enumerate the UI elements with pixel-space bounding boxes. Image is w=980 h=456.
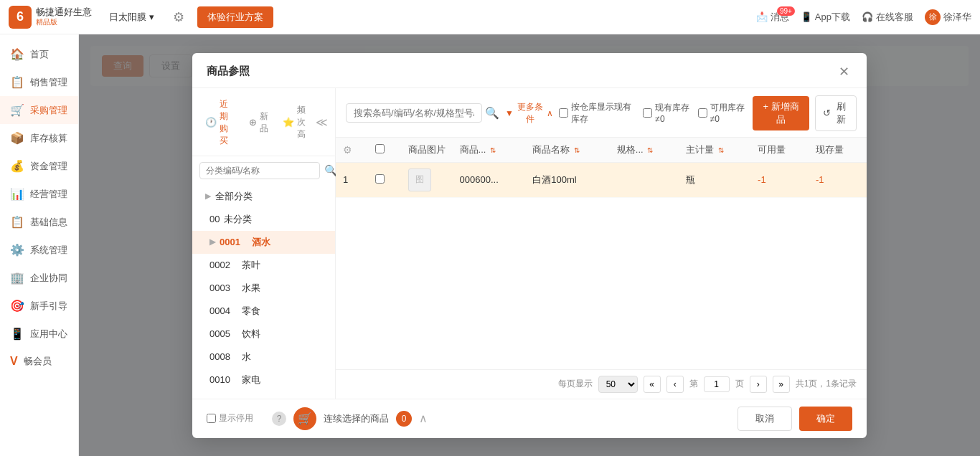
nav-dropdown[interactable]: 日太阳膜 ▾ xyxy=(103,8,160,27)
cell-image: 图 xyxy=(401,162,453,197)
modal-title: 商品参照 xyxy=(207,65,250,78)
sidebar-item-basic-info[interactable]: 📋 基础信息 xyxy=(0,208,78,236)
online-service-btn[interactable]: 🎧 在线客服 xyxy=(862,11,913,24)
cell-name: 白酒100ml xyxy=(525,162,609,197)
cat-drinks[interactable]: 0005 饮料 xyxy=(192,323,335,346)
row-checkbox[interactable] xyxy=(375,174,385,184)
sort-icon-name: ⇅ xyxy=(574,146,580,154)
footer-right: 取消 确定 xyxy=(738,407,852,431)
more-conditions-button[interactable]: ▼ 更多条件 ∧ xyxy=(505,101,553,125)
category-search-input[interactable] xyxy=(199,162,320,179)
col-unit[interactable]: 主计量 ⇅ xyxy=(679,138,750,163)
check-existing-stock[interactable]: 现有库存≠0 xyxy=(643,102,692,124)
brand-name: 畅捷通好生意 xyxy=(36,6,92,18)
sidebar-item-system[interactable]: ⚙️ 系统管理 xyxy=(0,236,78,264)
user-menu[interactable]: 徐 徐泽华 xyxy=(925,9,971,25)
system-icon: ⚙️ xyxy=(10,243,24,257)
table-row[interactable]: 1 图 000600... xyxy=(336,162,867,197)
modal-overlay: 商品参照 ✕ 🕐 近期购买 ⊕ xyxy=(79,34,980,456)
cat-tea[interactable]: 0002 茶叶 xyxy=(192,254,335,277)
footer-left: 显示停用 xyxy=(207,412,253,424)
tab-new[interactable]: ⊕ 新品 xyxy=(243,108,274,138)
cat-snacks[interactable]: 0004 零食 xyxy=(192,300,335,323)
cart-icon-button[interactable]: 🛒 xyxy=(293,407,316,430)
sidebar-item-vip[interactable]: V 畅会员 xyxy=(0,348,78,375)
nav-right: 📩 消息 99+ 📱 App下载 🎧 在线客服 徐 徐泽华 xyxy=(756,9,971,25)
chevron-up-icon: ∧ xyxy=(547,108,553,118)
settings-button[interactable]: ⚙ xyxy=(169,7,189,27)
bell-icon: 📩 xyxy=(756,11,768,22)
next-page-button[interactable]: › xyxy=(750,376,767,393)
checkbox-existing-stock[interactable] xyxy=(643,108,652,118)
sidebar-item-apps[interactable]: 📱 应用中心 xyxy=(0,320,78,348)
modal-body: 🕐 近期购买 ⊕ 新品 ⭐ 频次高 ≪ xyxy=(192,88,867,399)
sidebar: 🏠 首页 📋 销售管理 🛒 采购管理 📦 库存核算 💰 资金管理 📊 经营管理 … xyxy=(0,34,79,456)
col-spec[interactable]: 规格... ⇅ xyxy=(610,138,679,163)
cat-unclassified[interactable]: 00 未分类 xyxy=(192,208,335,231)
sidebar-item-guide[interactable]: 🎯 新手引导 xyxy=(0,292,78,320)
collapse-left-button[interactable]: ≪ xyxy=(316,115,328,129)
check-available-stock[interactable]: 可用库存≠0 xyxy=(698,102,747,124)
cell-unit: 瓶 xyxy=(679,162,750,197)
sidebar-item-home[interactable]: 🏠 首页 xyxy=(0,40,78,68)
select-all-checkbox[interactable] xyxy=(375,144,385,153)
cell-check[interactable] xyxy=(368,162,400,197)
add-product-button[interactable]: + 新增商品 xyxy=(753,96,809,130)
help-icon[interactable]: ? xyxy=(272,412,286,426)
display-disabled-checkbox[interactable] xyxy=(207,414,216,423)
cell-code: 000600... xyxy=(453,162,526,197)
product-search-input[interactable] xyxy=(346,103,482,123)
collab-icon: 🏢 xyxy=(10,271,24,285)
collapse-footer-button[interactable]: ∧ xyxy=(419,412,428,425)
sidebar-item-sales[interactable]: 📋 销售管理 xyxy=(0,68,78,96)
col-gear[interactable]: ⚙ xyxy=(336,138,368,163)
cat-appliance[interactable]: 0010 家电 xyxy=(192,369,335,391)
pagination: 每页显示 50 20 100 « ‹ 第 页 › xyxy=(336,369,867,399)
last-page-button[interactable]: » xyxy=(773,376,790,393)
app-download-btn[interactable]: 📱 App下载 xyxy=(801,11,850,24)
product-modal: 商品参照 ✕ 🕐 近期购买 ⊕ xyxy=(192,53,867,438)
sidebar-item-finance[interactable]: 💰 资金管理 xyxy=(0,152,78,180)
prev-page-button[interactable]: ‹ xyxy=(666,376,684,393)
page-number-input[interactable] xyxy=(704,376,730,392)
check-warehouse[interactable]: 按仓库显示现有库存 xyxy=(559,101,637,125)
message-badge: 99+ xyxy=(777,6,795,16)
cancel-button[interactable]: 取消 xyxy=(738,407,792,431)
arrow-icon: ▶ xyxy=(205,191,211,201)
col-name[interactable]: 商品名称 ⇅ xyxy=(525,138,609,163)
first-page-button[interactable]: « xyxy=(644,376,661,393)
modal-close-button[interactable]: ✕ xyxy=(835,63,852,80)
product-table-wrapper: ⚙ 商品图片 商品... ⇅ 商品名称 xyxy=(336,138,867,369)
sidebar-item-stock[interactable]: 📦 库存核算 xyxy=(0,124,78,152)
selected-count: 0 xyxy=(396,411,412,427)
footer-center: ? 🛒 连续选择的商品 0 ∧ xyxy=(272,407,428,430)
messages-btn[interactable]: 📩 消息 99+ xyxy=(756,11,789,24)
col-code[interactable]: 商品... ⇅ xyxy=(453,138,526,163)
vip-icon: V xyxy=(10,355,18,368)
display-disabled-label[interactable]: 显示停用 xyxy=(207,412,253,424)
cat-liquor[interactable]: ▶ 0001 酒水 xyxy=(192,231,335,254)
col-available: 可用量 xyxy=(750,138,809,163)
col-checkbox[interactable] xyxy=(368,138,400,163)
cat-fruit[interactable]: 0003 水果 xyxy=(192,277,335,300)
confirm-button[interactable]: 确定 xyxy=(799,407,852,431)
refresh-button[interactable]: ↺ 刷新 xyxy=(815,95,857,131)
modal-left-panel: 🕐 近期购买 ⊕ 新品 ⭐ 频次高 ≪ xyxy=(192,88,336,399)
trial-button[interactable]: 体验行业方案 xyxy=(197,6,273,28)
cat-all[interactable]: ▶ 全部分类 xyxy=(192,185,335,208)
checkbox-available-stock[interactable] xyxy=(698,108,707,118)
sidebar-item-collab[interactable]: 🏢 企业协同 xyxy=(0,264,78,292)
tab-frequent[interactable]: ⭐ 频次高 xyxy=(277,101,313,143)
home-icon: 🏠 xyxy=(10,47,24,61)
sidebar-item-purchase[interactable]: 🛒 采购管理 xyxy=(0,96,78,124)
apps-icon: 📱 xyxy=(10,327,24,341)
per-page-select[interactable]: 50 20 100 xyxy=(598,376,638,393)
cat-water[interactable]: 0008 水 xyxy=(192,346,335,369)
checkbox-warehouse[interactable] xyxy=(559,108,568,118)
logo-area: 6 畅捷通好生意 精品版 xyxy=(9,6,95,29)
product-search-button[interactable]: 🔍 xyxy=(485,106,499,120)
tab-recent[interactable]: 🕐 近期购买 xyxy=(199,95,240,150)
col-stock: 现存量 xyxy=(809,138,867,163)
cell-spec xyxy=(610,162,679,197)
sidebar-item-operations[interactable]: 📊 经营管理 xyxy=(0,180,78,208)
